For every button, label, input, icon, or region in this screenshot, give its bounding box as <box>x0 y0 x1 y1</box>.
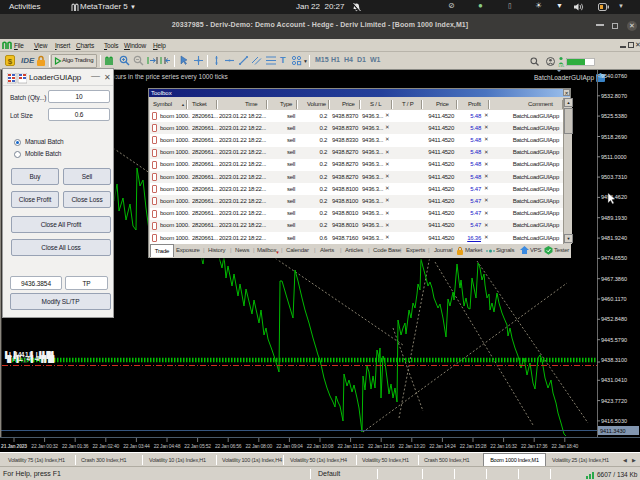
svg-text:BatchLoaderGUIApp: BatchLoaderGUIApp <box>534 74 594 82</box>
svg-text:22 Jan 09:04: 22 Jan 09:04 <box>276 443 303 449</box>
svg-text:9540.0760: 9540.0760 <box>601 73 627 79</box>
svg-text:22 Jan 00:32: 22 Jan 00:32 <box>31 443 58 449</box>
svg-text:22 Jan 06:56: 22 Jan 06:56 <box>215 443 242 449</box>
svg-text:9416.5030: 9416.5030 <box>601 418 627 424</box>
svg-text:22 Jan 03:44: 22 Jan 03:44 <box>123 443 150 449</box>
svg-text:22 Jan 10:08: 22 Jan 10:08 <box>307 443 334 449</box>
svg-text:9411.3430: 9411.3430 <box>600 428 626 434</box>
svg-text:9431.0410: 9431.0410 <box>601 377 627 383</box>
svg-text:LVL: LVL <box>559 64 565 68</box>
svg-text:9445.5790: 9445.5790 <box>601 337 627 343</box>
svg-text:9460.1170: 9460.1170 <box>601 296 627 302</box>
svg-text:22 Jan 18:40: 22 Jan 18:40 <box>552 443 579 449</box>
svg-text:22 Jan 14:24: 22 Jan 14:24 <box>429 443 456 449</box>
svg-text:22 Jan 16:32: 22 Jan 16:32 <box>490 443 517 449</box>
svg-text:9525.5380: 9525.5380 <box>601 113 627 119</box>
svg-text:9489.1930: 9489.1930 <box>601 215 627 221</box>
svg-text:9532.8070: 9532.8070 <box>601 93 627 99</box>
svg-text:22 Jan 11:12: 22 Jan 11:12 <box>338 443 365 449</box>
svg-text:22 Jan 05:52: 22 Jan 05:52 <box>184 443 211 449</box>
svg-text:curs in the price series every: curs in the price series every 1000 tick… <box>114 73 229 81</box>
svg-text:21 Jan 2023: 21 Jan 2023 <box>1 443 27 449</box>
svg-text:▌I.▐I 44 1.I▌ I▐ ▌█I▌: ▌I.▐I 44 1.I▌ I▐ ▌█I▌ <box>5 351 55 359</box>
svg-text:9423.7720: 9423.7720 <box>601 398 627 404</box>
svg-text:9467.3860: 9467.3860 <box>601 276 627 282</box>
svg-text:22 Jan 01:36: 22 Jan 01:36 <box>62 443 89 449</box>
svg-text:22 Jan 04:48: 22 Jan 04:48 <box>154 443 181 449</box>
svg-text:22 Jan 13:20: 22 Jan 13:20 <box>399 443 426 449</box>
svg-text:9481.9240: 9481.9240 <box>601 235 627 241</box>
svg-text:22 Jan 17:36: 22 Jan 17:36 <box>521 443 548 449</box>
svg-text:9438.3100: 9438.3100 <box>601 357 627 363</box>
svg-text:9452.8480: 9452.8480 <box>601 316 627 322</box>
svg-text:9518.2690: 9518.2690 <box>601 134 627 140</box>
svg-text:22 Jan 15:28: 22 Jan 15:28 <box>460 443 487 449</box>
svg-text:22 Jan 12:16: 22 Jan 12:16 <box>368 443 395 449</box>
svg-text:9503.7310: 9503.7310 <box>601 174 627 180</box>
svg-text:22 Jan 02:40: 22 Jan 02:40 <box>93 443 120 449</box>
svg-text:9511.0000: 9511.0000 <box>601 154 627 160</box>
svg-text:9474.6550: 9474.6550 <box>601 255 627 261</box>
svg-text:22 Jan 08:00: 22 Jan 08:00 <box>246 443 273 449</box>
